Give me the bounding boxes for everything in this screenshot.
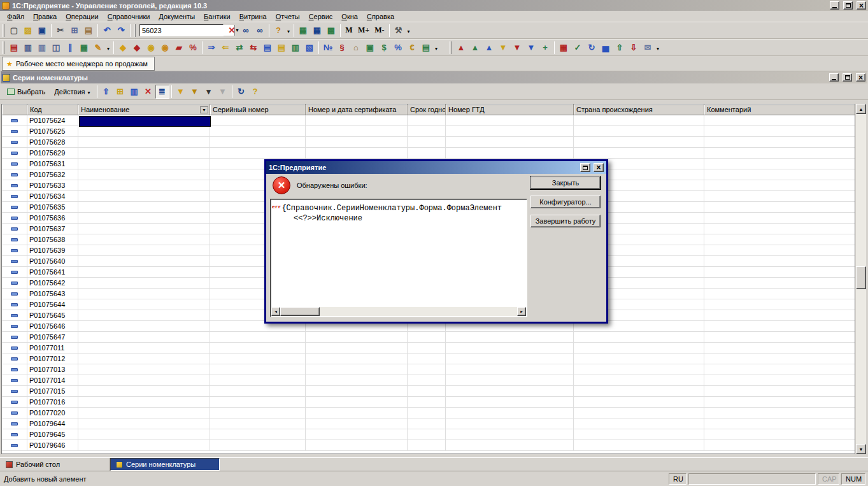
column-certificate[interactable]: Номер и дата сертификата	[306, 104, 408, 115]
copy-item-icon[interactable]: ▥	[127, 85, 141, 99]
table-row[interactable]: P01077015	[2, 386, 855, 397]
sales-report-icon[interactable]: ▲	[468, 41, 482, 55]
column-comment[interactable]: Комментарий	[704, 104, 855, 115]
scroll-right-icon[interactable]	[517, 307, 526, 316]
find-next-icon[interactable]: ∞	[253, 24, 267, 38]
close-button[interactable]	[857, 1, 866, 10]
child-close-button[interactable]	[856, 73, 865, 82]
horizontal-scrollbar[interactable]	[271, 307, 526, 316]
table-row[interactable]: P01079646	[2, 440, 855, 451]
dialog-maximize-button[interactable]	[580, 163, 590, 172]
payment-out-icon[interactable]: ◉	[158, 41, 172, 55]
table-row[interactable]: P01075629	[2, 148, 855, 159]
scroll-up-icon[interactable]	[856, 104, 866, 114]
column-expiry[interactable]: Срок годнос...	[408, 104, 446, 115]
column-gtd[interactable]: Номер ГТД	[446, 104, 574, 115]
print-instant-icon[interactable]: ▥	[35, 41, 49, 55]
menu-help[interactable]: Справка	[362, 12, 399, 21]
menu-service[interactable]: Сервис	[304, 12, 338, 21]
orders-report-icon[interactable]: ▼	[524, 41, 538, 55]
settings-wrench-icon[interactable]: ⚒	[392, 24, 406, 38]
menu-reports[interactable]: Отчеты	[271, 12, 304, 21]
cash-expense-icon[interactable]: ◆	[130, 41, 144, 55]
tab-desktop[interactable]: Рабочий стол	[1, 458, 110, 471]
filter-history-icon[interactable]: ▾	[202, 85, 216, 99]
child-restore-button[interactable]	[843, 73, 852, 82]
select-button[interactable]: Выбрать	[3, 85, 50, 99]
error-text-area[interactable]: err{Справочник.СерииНоменклатуры.Форма.Ф…	[270, 199, 527, 317]
payment-in-icon[interactable]: ◉	[144, 41, 158, 55]
toolbar-grip[interactable]	[3, 24, 4, 37]
menu-windows[interactable]: Окна	[337, 12, 362, 21]
dialog-titlebar[interactable]: 1С:Предприятие	[266, 161, 606, 174]
table-row[interactable]: P01077012	[2, 354, 855, 364]
toolbar-grip[interactable]	[134, 24, 136, 37]
menu-bantiki[interactable]: Бантики	[199, 12, 235, 21]
export-icon[interactable]: ⇧	[613, 41, 627, 55]
contract-icon[interactable]: §	[335, 41, 349, 55]
redo-icon[interactable]: ↷	[114, 24, 128, 38]
mail-icon[interactable]: ✉	[641, 41, 655, 55]
update-data-icon[interactable]: ↻	[585, 41, 599, 55]
check-icon[interactable]: ✓	[571, 41, 585, 55]
quick-find-input[interactable]	[140, 25, 234, 36]
invoice-icon[interactable]: ▰	[172, 41, 186, 55]
prices-icon[interactable]: $	[377, 41, 391, 55]
table-row[interactable]: P01077013	[2, 364, 855, 375]
columns-icon[interactable]: ∥	[63, 41, 77, 55]
stock-report-icon[interactable]: ▲	[482, 41, 496, 55]
spreadsheet-icon[interactable]: ▦	[296, 24, 310, 38]
dropdown-arrow-icon[interactable]	[406, 27, 412, 34]
new-document-icon[interactable]: ▢	[7, 24, 21, 38]
writeoff-icon[interactable]: ▧	[302, 41, 317, 55]
table-row[interactable]: P01079644	[2, 418, 855, 429]
goods-return-icon[interactable]: ⇆	[246, 41, 260, 55]
merge-cells-icon[interactable]: ▦	[310, 24, 324, 38]
find-icon[interactable]: ∞	[239, 24, 253, 38]
table-row[interactable]: P01075628	[2, 137, 855, 148]
add-report-icon[interactable]: +	[538, 41, 552, 55]
scroll-down-icon[interactable]	[856, 444, 866, 454]
dialog-close-button[interactable]	[594, 163, 604, 172]
formula-list-icon[interactable]: ▩	[324, 24, 338, 38]
tab-nomenclature-series[interactable]: Серии номенклатуры	[110, 458, 220, 471]
menu-operations[interactable]: Операции	[61, 12, 103, 21]
menu-documents[interactable]: Документы	[154, 12, 199, 21]
dropdown-arrow-icon[interactable]	[105, 44, 111, 52]
save-icon[interactable]: ▣	[35, 24, 49, 38]
vertical-scrollbar[interactable]	[856, 104, 866, 454]
goods-issue-icon[interactable]: ⇐	[218, 41, 232, 55]
memory-plus-button[interactable]: М+	[355, 24, 372, 37]
table-row[interactable]: P01079645	[2, 429, 855, 440]
toolbar-grip[interactable]	[3, 41, 4, 54]
buyers-report-icon[interactable]: ▲	[454, 41, 468, 55]
cash-report-icon[interactable]: ▼	[496, 41, 510, 55]
column-code[interactable]: Код	[27, 104, 78, 115]
counterparty-icon[interactable]: №	[321, 41, 335, 55]
undo-icon[interactable]: ↶	[100, 24, 114, 38]
move-item-icon[interactable]: ⇧	[99, 85, 113, 99]
refresh-icon[interactable]: ↻	[234, 85, 248, 99]
hierarchy-view-icon[interactable]: ≣	[155, 85, 169, 99]
open-icon[interactable]: ▨	[21, 24, 35, 38]
scrollbar-thumb[interactable]	[856, 266, 866, 289]
menu-edit[interactable]: Правка	[29, 12, 61, 21]
green-book-icon[interactable]: ▤	[419, 41, 433, 55]
goods-receipt-icon[interactable]: ⇒	[204, 41, 218, 55]
nomenclature-icon[interactable]: ▣	[363, 41, 377, 55]
minimize-button[interactable]	[830, 1, 839, 10]
goods-transfer-icon[interactable]: ⇄	[232, 41, 246, 55]
tab-sales-manager-workspace[interactable]: Рабочее место менеджера по продажам	[2, 57, 155, 71]
hscrollbar-track[interactable]	[320, 307, 517, 316]
toolbar-grip[interactable]	[450, 41, 452, 54]
clear-find-icon[interactable]: ✕	[225, 24, 239, 38]
selected-cell[interactable]	[79, 116, 211, 127]
warehouse-icon[interactable]: ⌂	[349, 41, 363, 55]
filter-settings-icon[interactable]: ▼	[188, 85, 202, 99]
configurator-button[interactable]: Конфигуратор...	[530, 196, 601, 208]
import-icon[interactable]: ⇩	[627, 41, 641, 55]
table-row[interactable]: P01077011	[2, 343, 855, 354]
restore-button[interactable]	[843, 1, 853, 10]
order-close-icon[interactable]: ▤	[274, 41, 288, 55]
table-document-icon[interactable]: ▦	[77, 41, 91, 55]
